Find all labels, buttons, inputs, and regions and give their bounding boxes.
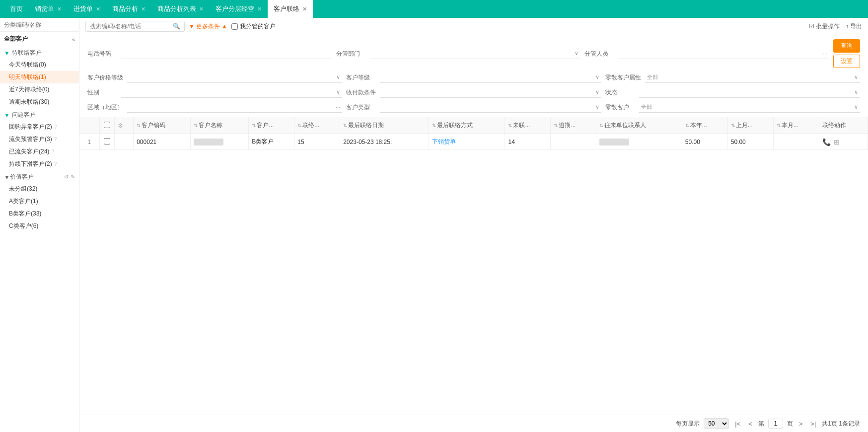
table-header-row: ⚙ 客户编码 客户名称 [79,117,868,134]
nav-sales[interactable]: 销货单 ✕ [29,0,68,18]
sort-last-month[interactable]: 上月... [731,121,770,130]
customer-level-select[interactable]: ∨ [380,72,601,83]
sidebar-item-tomorrow[interactable]: 明天待联络(1) [0,71,79,83]
th-contacts[interactable]: 联络... [294,117,340,134]
help-icon-1[interactable]: ? [54,137,57,142]
table-row: 1 000021 B类客户 15 2023-05-23 18:25: [79,134,868,150]
chevron-icon: ▲ [221,23,227,30]
sidebar-item-declining[interactable]: 持续下滑客户(2) ? [0,158,79,170]
sidebar-item-ungrouped[interactable]: 未分组(32) [0,183,79,195]
sidebar-item-a-class[interactable]: A类客户(1) [0,195,79,208]
sidebar-item-churned[interactable]: 已流失客户(24) ? [0,145,79,158]
nav-home[interactable]: 首页 [4,0,29,18]
sort-this-month[interactable]: 本月... [777,121,816,130]
sort-last-method[interactable]: 最后联络方式 [432,121,502,130]
refresh-icon[interactable]: ↺ [64,174,69,180]
help-icon-2[interactable]: ? [51,149,54,154]
sidebar-item-7days[interactable]: 近7天待联络(0) [0,83,79,96]
nav-product-analysis[interactable]: 商品分析 ✕ [106,0,151,18]
customer-level-label: 客户等级 [346,73,376,82]
prev-page-button[interactable]: < [746,420,754,428]
set-button[interactable]: 设置 [833,55,860,68]
page-input[interactable] [768,419,783,429]
phone-input[interactable] [121,48,332,59]
close-purchase-tab[interactable]: ✕ [96,6,100,12]
customer-type-select[interactable]: ∨ [380,102,601,113]
th-type[interactable]: 客户... [249,117,294,134]
next-page-button[interactable]: > [797,420,805,428]
nav-product-analysis-list[interactable]: 商品分析列表 ✕ [151,0,210,18]
th-overdue[interactable]: 逾期... [551,117,596,134]
nav-purchase[interactable]: 进货单 ✕ [68,0,106,18]
sort-contacts[interactable]: 联络... [297,121,337,130]
payment-select[interactable]: ∨ [380,87,601,98]
th-last-month[interactable]: 上月... [727,117,773,134]
last-page-button[interactable]: >| [808,420,818,428]
region-input[interactable]: ··· [127,102,342,113]
th-code[interactable]: 客户编码 [134,117,190,134]
th-contacts-person[interactable]: 往来单位联系人 [596,117,682,134]
sort-code[interactable]: 客户编码 [137,121,187,130]
sort-this-year[interactable]: 本年... [685,121,724,130]
first-page-button[interactable]: |< [733,420,742,428]
query-button[interactable]: 查询 [833,39,860,53]
nav-customer-tier[interactable]: 客户分层经营 ✕ [210,0,268,18]
close-product-list-tab[interactable]: ✕ [199,6,204,12]
sidebar-item-today[interactable]: 今天待联络(0) [0,59,79,71]
retail-attr-select[interactable]: 全部∨ [645,72,860,83]
dept-select[interactable]: ∨ [370,48,581,59]
th-gear[interactable]: ⚙ [114,117,134,134]
value-group-label: 价值客户 [10,173,34,181]
th-name[interactable]: 客户名称 [190,117,249,134]
sort-no-contact[interactable]: 未联... [508,121,547,130]
search-input[interactable] [90,23,173,30]
retail-customer-select[interactable]: 全部∨ [639,102,860,113]
help-icon-3[interactable]: ? [54,161,57,167]
cell-type: B类客户 [249,134,294,150]
phone-action-icon[interactable]: 📞 [822,138,831,146]
more-conditions-button[interactable]: ▼ 更多条件 ▲ [189,22,227,31]
close-sales-tab[interactable]: ✕ [57,6,62,12]
my-customers-checkbox-label[interactable]: 我分管的客户 [231,22,276,31]
select-all-checkbox[interactable] [104,122,110,128]
edit-icon[interactable]: ✎ [71,174,75,180]
export-button[interactable]: ↑ 导出 [846,22,862,31]
batch-operation-button[interactable]: ☑ 批量操作 [809,22,840,31]
cell-action: 📞 ⊞ [819,134,868,150]
help-icon-0[interactable]: ? [54,124,57,130]
sidebar-item-overdue[interactable]: 逾期未联络(30) [0,96,79,108]
last-method-link[interactable]: 下销货单 [432,138,456,145]
search-button[interactable]: 🔍 [173,23,180,30]
sort-type[interactable]: 客户... [252,121,291,130]
sort-last-date[interactable]: 最后联络日期 [343,121,426,130]
sidebar-search-input[interactable] [4,21,78,28]
price-level-select[interactable]: ∨ [127,72,342,83]
gender-select[interactable]: ∨ [121,87,342,98]
sidebar-item-repurchase-abnormal[interactable]: 回购异常客户(2) ? [0,121,79,133]
row-checkbox[interactable] [104,138,110,144]
sidebar-item-b-class[interactable]: B类客户(33) [0,208,79,220]
th-last-date[interactable]: 最后联络日期 [340,117,429,134]
th-last-method[interactable]: 最后联络方式 [429,117,505,134]
sidebar-item-churn-warning[interactable]: 流失预警客户(3) ? [0,133,79,145]
grid-action-icon[interactable]: ⊞ [834,138,840,146]
th-no-contact[interactable]: 未联... [505,117,551,134]
table-footer: 每页显示 50 100 200 |< < 第 页 > >| 共1页 1条记录 [79,415,868,432]
th-this-year[interactable]: 本年... [682,117,727,134]
close-product-analysis-tab[interactable]: ✕ [141,6,145,12]
per-page-select[interactable]: 50 100 200 [704,418,729,429]
cell-contacts: 15 [294,134,340,150]
sort-name[interactable]: 客户名称 [194,121,246,130]
nav-customer-contact[interactable]: 客户联络 ✕ [268,0,313,18]
th-this-month[interactable]: 本月... [773,117,819,134]
cell-last-month: 50.00 [727,134,773,150]
manager-input[interactable]: ··· [618,48,829,59]
close-customer-tier-tab[interactable]: ✕ [257,6,262,12]
sidebar-item-c-class[interactable]: C类客户(6) [0,220,79,232]
sort-contacts-person[interactable]: 往来单位联系人 [599,121,679,130]
status-select[interactable]: ∨ [639,87,860,98]
all-customers-header[interactable]: 全部客户 « [0,32,79,46]
close-customer-contact-tab[interactable]: ✕ [302,6,307,12]
sort-overdue[interactable]: 逾期... [554,121,593,130]
my-customers-checkbox[interactable] [231,23,238,30]
